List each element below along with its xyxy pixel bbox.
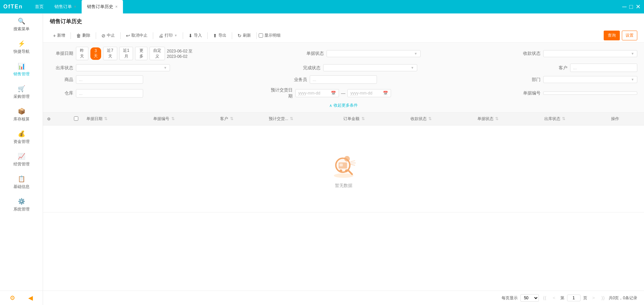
show-detail-checkbox[interactable] xyxy=(259,33,263,38)
th-number[interactable]: 单据编号 ⇅ xyxy=(149,113,216,125)
brand-text: OfTEn xyxy=(3,4,23,10)
sidebar-item-system-mgmt[interactable]: ⚙️ 系统管理 xyxy=(0,194,43,216)
cancel-stop-button[interactable]: ↩ 取消中止 xyxy=(123,31,151,40)
calendar-from-icon: 📅 xyxy=(331,91,336,96)
date-btn-custom[interactable]: 自定义 xyxy=(149,47,165,60)
sort-outbound-icon: ⇅ xyxy=(562,116,565,121)
page-title: 销售订单历史 xyxy=(43,13,644,29)
product-select[interactable]: ... xyxy=(76,75,143,84)
customer-label: 客户 xyxy=(544,65,567,71)
outbound-status-select[interactable]: ▼ xyxy=(76,64,170,71)
th-receipt-status[interactable]: 收款状态 ⇅ xyxy=(406,113,473,125)
department-select[interactable]: ▼ xyxy=(543,76,637,83)
sidebar-item-operations[interactable]: 📈 经营管理 xyxy=(0,149,43,171)
collapse-button[interactable]: ∧ 收起更多条件 xyxy=(329,103,358,108)
sort-date-icon: ⇅ xyxy=(104,116,108,121)
date-label: 单据日期 xyxy=(50,50,73,56)
date-btn-yesterday[interactable]: 昨天 xyxy=(76,47,88,60)
show-detail-label[interactable]: 显示明细 xyxy=(259,33,281,38)
import-button[interactable]: ⬇ 导入 xyxy=(185,31,205,40)
th-order-status[interactable]: 单据状态 ⇅ xyxy=(473,113,540,125)
th-amount[interactable]: 订单金额 ⇅ xyxy=(339,113,406,125)
date-btn-7days[interactable]: 近7天 xyxy=(103,47,117,60)
svg-line-1 xyxy=(348,170,352,175)
sort-amount-icon: ⇅ xyxy=(361,116,365,121)
receipt-status-label: 收款状态 xyxy=(517,50,541,56)
completion-status-dropdown-icon: ▼ xyxy=(411,66,414,70)
date-btn-1month[interactable]: 近1月 xyxy=(119,47,133,60)
tab-home[interactable]: 首页 xyxy=(30,0,49,13)
delivery-date-from[interactable]: yyyy-mm-dd 📅 xyxy=(295,89,339,97)
sidebar-settings-icon[interactable]: ⚙ xyxy=(10,294,15,302)
sidebar-item-finance[interactable]: 💰 资金管理 xyxy=(0,126,43,149)
order-status-select[interactable]: ▼ xyxy=(327,50,421,57)
th-checkbox[interactable] xyxy=(70,113,82,125)
stop-button[interactable]: ⊘ 中止 xyxy=(98,31,118,40)
toolbar-divider-8 xyxy=(256,32,257,39)
sidebar-bottom: ⚙ ◀ xyxy=(0,291,43,305)
warehouse-select[interactable]: ... xyxy=(76,89,143,98)
sidebar: 🔍 搜索菜单 ⚡ 快捷导航 📊 销售管理 🛒 采购管理 📦 库存核算 💰 资金管… xyxy=(0,13,43,305)
print-dropdown-icon: ▼ xyxy=(174,34,177,37)
warehouse-label: 仓库 xyxy=(50,90,73,96)
toolbar-divider-4 xyxy=(153,32,153,39)
maximize-btn[interactable]: □ xyxy=(629,3,633,10)
tab-close-history[interactable]: × xyxy=(115,4,118,9)
tab-sales-order-history[interactable]: 销售订单历史 × xyxy=(82,0,123,13)
completion-status-select[interactable]: ▼ xyxy=(323,64,417,71)
svg-point-8 xyxy=(344,156,350,162)
operations-icon: 📈 xyxy=(18,153,25,160)
minimize-btn[interactable]: ─ xyxy=(622,3,627,10)
prev-page-btn[interactable]: ＜ xyxy=(550,294,558,302)
filter-row-3: 商品 ... 业务员 ... 部门 ▼ xyxy=(50,75,637,84)
sort-customer-icon: ⇅ xyxy=(230,116,233,121)
date-btn-3days[interactable]: 3天 xyxy=(90,47,101,60)
receipt-status-select[interactable]: ▼ xyxy=(543,50,637,57)
th-date[interactable]: 单据日期 ⇅ xyxy=(82,113,149,125)
sidebar-item-purchase-mgmt[interactable]: 🛒 采购管理 xyxy=(0,81,43,104)
tab-sales-order[interactable]: 销售订单 × xyxy=(49,0,82,13)
customer-select[interactable]: ... xyxy=(570,64,637,72)
th-outbound-status[interactable]: 出库状态 ⇅ xyxy=(540,113,607,125)
export-button[interactable]: ⬆ 导出 xyxy=(210,31,230,40)
toolbar-divider-3 xyxy=(120,32,121,39)
delivery-date-to[interactable]: yyyy-mm-dd 📅 xyxy=(347,89,391,97)
select-all-checkbox[interactable] xyxy=(74,116,78,121)
last-page-btn[interactable]: ⟩⟩ xyxy=(600,295,606,301)
salesperson-select[interactable]: ... xyxy=(310,75,377,84)
next-page-btn[interactable]: ＞ xyxy=(590,294,597,302)
sales-mgmt-icon: 📊 xyxy=(18,63,25,70)
date-range-text: 2023-06-02 至 2023-06-02 xyxy=(167,48,204,59)
tab-close-sales-order[interactable]: × xyxy=(74,4,76,9)
sidebar-collapse-icon[interactable]: ◀ xyxy=(28,294,33,302)
product-label: 商品 xyxy=(50,77,73,83)
new-button[interactable]: + 新增 xyxy=(50,31,69,40)
th-customer[interactable]: 客户 ⇅ xyxy=(216,113,265,125)
first-page-btn[interactable]: ⟨⟨ xyxy=(542,295,548,301)
sidebar-item-sales-mgmt[interactable]: 📊 销售管理 xyxy=(0,59,43,81)
refresh-button[interactable]: ↻ 刷新 xyxy=(234,31,254,40)
filter-row-1: 单据日期 昨天 3天 近7天 近1月 更多 自定义 2023-06-02 至 2… xyxy=(50,47,637,60)
delete-button[interactable]: 🗑 删除 xyxy=(73,31,94,40)
delete-icon: 🗑 xyxy=(76,33,81,38)
table-container: ⚙ 单据日期 ⇅ 单据编号 ⇅ 客户 ⇅ xyxy=(43,113,644,291)
sidebar-item-basic-info[interactable]: 📋 基础信息 xyxy=(0,171,43,194)
import-icon: ⬇ xyxy=(188,33,192,38)
th-delivery-date[interactable]: 预计交货... ⇅ xyxy=(265,113,339,125)
sidebar-item-quick-nav[interactable]: ⚡ 快捷导航 xyxy=(0,36,43,59)
outbound-status-dropdown-icon: ▼ xyxy=(164,66,167,70)
date-btn-more[interactable]: 更多 xyxy=(135,47,147,60)
settings-button[interactable]: 设置 xyxy=(622,31,637,40)
page-size-select[interactable]: 50 100 200 xyxy=(520,294,539,302)
svg-point-6 xyxy=(345,169,348,172)
order-number-input[interactable] xyxy=(543,91,637,95)
th-gear[interactable]: ⚙ xyxy=(43,113,70,125)
query-button[interactable]: 查询 xyxy=(604,31,620,40)
sidebar-item-search-menu[interactable]: 🔍 搜索菜单 xyxy=(0,13,43,36)
page-number-input[interactable]: 1 xyxy=(567,295,581,301)
sort-order-status-icon: ⇅ xyxy=(495,116,499,121)
print-button[interactable]: 🖨 打印 ▼ xyxy=(155,31,181,40)
close-btn[interactable]: ✕ xyxy=(636,3,641,10)
main-layout: 🔍 搜索菜单 ⚡ 快捷导航 📊 销售管理 🛒 采购管理 📦 库存核算 💰 资金管… xyxy=(0,13,644,305)
sidebar-item-inventory[interactable]: 📦 库存核算 xyxy=(0,104,43,126)
